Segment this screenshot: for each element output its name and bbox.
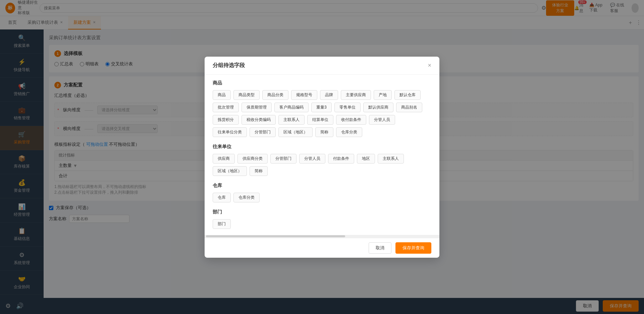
field-group-warehouse-title: 仓库 bbox=[213, 183, 431, 189]
tag-dept[interactable]: 分管部门 bbox=[270, 154, 297, 164]
field-group-product: 商品 商品 商品类型 商品分类 规格型号 品牌 主要供应商 产地 默认仓库 批次… bbox=[213, 80, 431, 137]
modal-close-button[interactable]: × bbox=[428, 62, 431, 68]
tag-warehouse-cat2[interactable]: 仓库分类 bbox=[233, 193, 260, 202]
product-tags: 商品 商品类型 商品分类 规格型号 品牌 主要供应商 产地 默认仓库 批次管理 … bbox=[213, 90, 431, 137]
tag-region2[interactable]: 地区 bbox=[357, 154, 375, 164]
tag-region[interactable]: 区域（地区） bbox=[278, 127, 313, 137]
tag-default-warehouse[interactable]: 默认仓库 bbox=[394, 90, 421, 100]
tag-tax-code[interactable]: 税收分类编码 bbox=[241, 115, 276, 125]
tag-customer-code[interactable]: 客户商品编码 bbox=[274, 103, 309, 112]
tag-brand[interactable]: 品牌 bbox=[320, 90, 338, 100]
field-group-warehouse: 仓库 仓库 仓库分类 bbox=[213, 183, 431, 202]
tag-default-supplier[interactable]: 默认供应商 bbox=[363, 103, 393, 112]
tag-pickup-points[interactable]: 拣货积分 bbox=[213, 115, 239, 125]
tag-main-contact[interactable]: 主联系人 bbox=[278, 115, 305, 125]
confirm-button[interactable]: 保存并查询 bbox=[395, 242, 431, 254]
tag-product[interactable]: 商品 bbox=[213, 90, 231, 100]
partner-tags: 供应商 供应商分类 分管部门 分管人员 付款条件 地区 主联系人 区域（地区） … bbox=[213, 154, 431, 176]
tag-short-name[interactable]: 简称 bbox=[315, 127, 333, 137]
tag-main-contact2[interactable]: 主联系人 bbox=[378, 154, 404, 164]
modal-footer: 取消 保存并查询 bbox=[205, 238, 439, 258]
field-group-dept-title: 部门 bbox=[213, 209, 431, 215]
tag-manager[interactable]: 分管人员 bbox=[369, 115, 395, 125]
tag-origin[interactable]: 产地 bbox=[374, 90, 392, 100]
field-group-product-title: 商品 bbox=[213, 80, 431, 86]
modal-title: 分组待选字段 bbox=[213, 62, 245, 69]
warehouse-tags: 仓库 仓库分类 bbox=[213, 193, 431, 202]
field-select-modal: 分组待选字段 × 商品 商品 商品类型 商品分类 规格型号 品牌 主要供应商 产… bbox=[205, 57, 439, 258]
tag-pay-condition[interactable]: 付款条件 bbox=[328, 154, 354, 164]
tag-dept-field[interactable]: 部门 bbox=[213, 219, 231, 229]
tag-supplier-cat[interactable]: 供应商分类 bbox=[237, 154, 268, 164]
tag-payment-terms[interactable]: 收付款条件 bbox=[336, 115, 366, 125]
tag-managed-person[interactable]: 分管人员 bbox=[299, 154, 325, 164]
modal-header: 分组待选字段 × bbox=[205, 57, 439, 75]
tag-quality-mgmt[interactable]: 保质期管理 bbox=[241, 103, 272, 112]
field-group-partner-title: 往来单位 bbox=[213, 144, 431, 150]
tag-from-unit-cat[interactable]: 往来单位分类 bbox=[213, 127, 247, 137]
dept-tags: 部门 bbox=[213, 219, 431, 229]
tag-settlement-unit[interactable]: 结算单位 bbox=[307, 115, 333, 125]
tag-supplier[interactable]: 供应商 bbox=[213, 154, 235, 164]
modal-hscroll bbox=[205, 235, 439, 238]
tag-batch-mgmt[interactable]: 批次管理 bbox=[213, 103, 239, 112]
modal-body: 商品 商品 商品类型 商品分类 规格型号 品牌 主要供应商 产地 默认仓库 批次… bbox=[205, 75, 439, 235]
tag-region-area[interactable]: 区域（地区） bbox=[213, 166, 247, 176]
tag-warehouse-cat[interactable]: 仓库分类 bbox=[336, 127, 362, 137]
tag-weight3[interactable]: 重量3 bbox=[311, 103, 332, 112]
tag-main-supplier[interactable]: 主要供应商 bbox=[341, 90, 371, 100]
tag-managed-dept[interactable]: 分管部门 bbox=[250, 127, 276, 137]
tag-abbr[interactable]: 简称 bbox=[250, 166, 268, 176]
tag-spec-type[interactable]: 规格型号 bbox=[291, 90, 317, 100]
cancel-button[interactable]: 取消 bbox=[369, 242, 391, 254]
tag-product-alias[interactable]: 商品别名 bbox=[396, 103, 422, 112]
field-group-partner: 往来单位 供应商 供应商分类 分管部门 分管人员 付款条件 地区 主联系人 区域… bbox=[213, 144, 431, 176]
tag-warehouse[interactable]: 仓库 bbox=[213, 193, 231, 202]
hscroll-thumb[interactable] bbox=[206, 235, 345, 237]
tag-retail-unit[interactable]: 零售单位 bbox=[334, 103, 361, 112]
field-group-department: 部门 部门 bbox=[213, 209, 431, 229]
tag-product-category[interactable]: 商品分类 bbox=[262, 90, 288, 100]
tag-product-type[interactable]: 商品类型 bbox=[233, 90, 260, 100]
